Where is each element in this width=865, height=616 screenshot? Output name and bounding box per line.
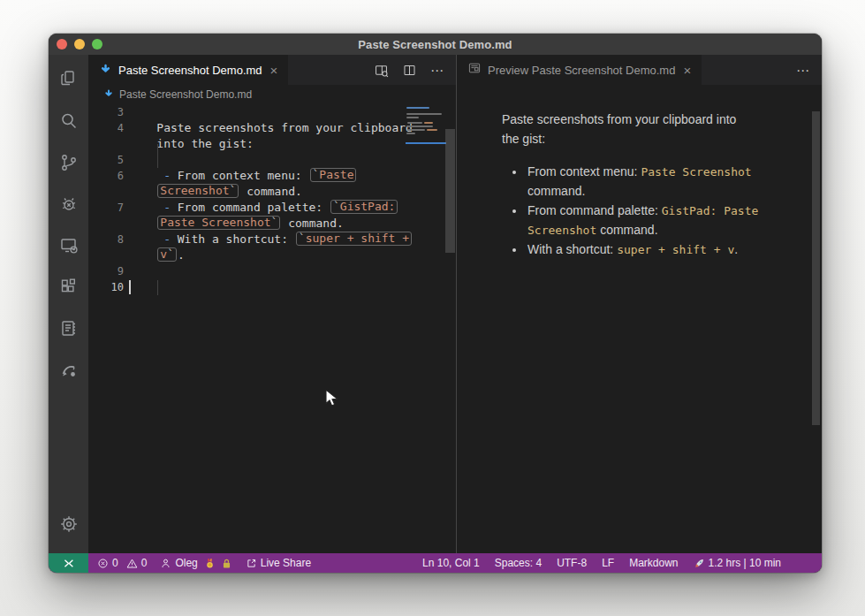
- list-item: From context menu: Paste Screenshot comm…: [526, 162, 795, 201]
- editor-row[interactable]: 5: [88, 152, 456, 168]
- live-share-status[interactable]: Live Share: [246, 557, 311, 569]
- list-item: With a shortcut: super + shift + v.: [526, 240, 795, 259]
- editor-row[interactable]: v`.: [88, 247, 456, 263]
- preview-paragraph: Paste screenshots from your clipboard in…: [502, 110, 795, 148]
- live-share-icon: [246, 558, 257, 569]
- line-number: 8: [88, 232, 124, 247]
- editor-row[interactable]: 9: [88, 263, 456, 279]
- line-number: 10: [88, 279, 124, 295]
- activity-bar: [49, 55, 88, 553]
- list-item: From command palette: GistPad: Paste Scr…: [526, 201, 795, 240]
- line-number: [88, 216, 124, 232]
- notebook-icon[interactable]: [49, 308, 88, 349]
- open-preview-to-side-icon[interactable]: [374, 63, 389, 78]
- editor-row[interactable]: Paste Screenshot` command.: [88, 216, 456, 232]
- time-tracker-status[interactable]: 1.2 hrs | 10 min: [694, 557, 782, 569]
- cursor-position-status[interactable]: Ln 10, Col 1: [422, 557, 480, 569]
- text-cursor: [129, 280, 131, 294]
- time-tracker-label: 1.2 hrs | 10 min: [709, 557, 782, 569]
- line-number: 4: [88, 120, 124, 136]
- indent-guide: [157, 144, 158, 168]
- minimap-marker: [406, 142, 446, 144]
- editor-row[interactable]: 6 - From context menu: `Paste: [88, 168, 456, 184]
- indent-guide: [157, 280, 158, 295]
- line-number: 3: [88, 104, 124, 120]
- minimap[interactable]: [406, 105, 446, 146]
- editor-row[interactable]: 10: [88, 279, 456, 295]
- debug-icon[interactable]: [49, 183, 88, 224]
- tab-bar-right: Preview Paste Screenshot Demo.md × ⋯: [457, 55, 822, 85]
- window-title: Paste Screenshot Demo.md: [358, 38, 512, 51]
- zoom-window-button[interactable]: [92, 39, 102, 49]
- warning-count: 0: [141, 557, 148, 569]
- account-name: Oleg: [175, 557, 197, 569]
- line-number: [88, 184, 124, 200]
- line-number: 7: [88, 200, 124, 216]
- minimize-window-button[interactable]: [74, 39, 85, 49]
- split-editor-icon[interactable]: [402, 63, 417, 78]
- gistpad-icon[interactable]: [49, 349, 88, 391]
- line-number: 9: [88, 263, 124, 279]
- line-number: 5: [88, 152, 124, 168]
- extensions-icon[interactable]: [49, 266, 88, 308]
- account-icon: [160, 558, 171, 569]
- error-icon: [97, 558, 109, 569]
- vscode-window: Paste Screenshot Demo.md: [49, 34, 822, 573]
- title-bar: Paste Screenshot Demo.md: [49, 34, 822, 55]
- problems-status[interactable]: 0 0: [97, 557, 147, 569]
- line-number: [88, 136, 124, 152]
- search-icon[interactable]: [49, 100, 88, 141]
- source-control-icon[interactable]: [49, 141, 88, 183]
- close-tab-icon[interactable]: ×: [681, 64, 693, 77]
- preview-bullet-list: From context menu: Paste Screenshot comm…: [502, 162, 795, 259]
- warning-icon: [126, 558, 138, 569]
- indentation-status[interactable]: Spaces: 4: [495, 557, 542, 569]
- markdown-preview: Paste screenshots from your clipboard in…: [457, 85, 822, 553]
- more-actions-icon[interactable]: ⋯: [796, 64, 810, 77]
- preview-icon: [467, 61, 482, 79]
- explorer-icon[interactable]: [49, 58, 88, 100]
- medal-icon: [204, 558, 216, 569]
- tab-bar-left: Paste Screenshot Demo.md × ⋯: [88, 55, 456, 85]
- editor-actions-right: ⋯: [796, 55, 822, 85]
- editor-row[interactable]: into the gist:: [88, 136, 456, 152]
- markdown-file-icon: [99, 64, 112, 77]
- line-number: [88, 247, 124, 263]
- editor-scrollbar[interactable]: [445, 129, 455, 253]
- editor-group-left: Paste Screenshot Demo.md × ⋯ Pas: [88, 55, 456, 553]
- tab-paste-screenshot-demo[interactable]: Paste Screenshot Demo.md ×: [88, 55, 288, 85]
- editor-row[interactable]: 3: [88, 104, 456, 120]
- settings-gear-icon[interactable]: [49, 503, 88, 544]
- account-status[interactable]: Oleg: [160, 557, 231, 569]
- preview-scrollbar[interactable]: [812, 111, 820, 425]
- eol-status[interactable]: LF: [602, 557, 614, 569]
- tab-preview[interactable]: Preview Paste Screenshot Demo.md ×: [457, 55, 702, 85]
- remote-indicator[interactable]: [49, 553, 88, 573]
- language-mode-status[interactable]: Markdown: [629, 557, 678, 569]
- rocket-icon: [694, 558, 705, 569]
- error-count: 0: [112, 557, 118, 569]
- breadcrumb-item[interactable]: Paste Screenshot Demo.md: [119, 88, 252, 101]
- tab-label: Preview Paste Screenshot Demo.md: [488, 64, 675, 77]
- breadcrumb[interactable]: Paste Screenshot Demo.md: [88, 85, 456, 104]
- markdown-file-icon: [103, 89, 114, 100]
- remote-explorer-icon[interactable]: [49, 224, 88, 266]
- line-number: 6: [88, 168, 124, 184]
- lock-icon: [221, 558, 232, 569]
- editor-row[interactable]: 4 Paste screenshots from your clipboard: [88, 120, 456, 136]
- mouse-cursor: [325, 389, 340, 408]
- text-editor[interactable]: 34 Paste screenshots from your clipboard…: [88, 104, 456, 553]
- editor-group-right: Preview Paste Screenshot Demo.md × ⋯ Pas…: [456, 55, 822, 553]
- editor-actions-left: ⋯: [374, 55, 456, 85]
- editor-row[interactable]: Screenshot` command.: [88, 184, 456, 200]
- editor-row[interactable]: 8 - With a shortcut: `super + shift +: [88, 232, 456, 247]
- traffic-lights: [57, 39, 102, 49]
- close-window-button[interactable]: [57, 39, 67, 49]
- editor-row[interactable]: 7 - From command palette: `GistPad:: [88, 200, 456, 216]
- tab-label: Paste Screenshot Demo.md: [118, 64, 262, 77]
- editor-lines[interactable]: 34 Paste screenshots from your clipboard…: [88, 104, 456, 295]
- more-actions-icon[interactable]: ⋯: [430, 64, 444, 77]
- encoding-status[interactable]: UTF-8: [557, 557, 587, 569]
- close-tab-icon[interactable]: ×: [269, 64, 280, 77]
- status-bar: 0 0 Oleg Live Share Ln 10, Col 1 Spaces:…: [49, 553, 822, 573]
